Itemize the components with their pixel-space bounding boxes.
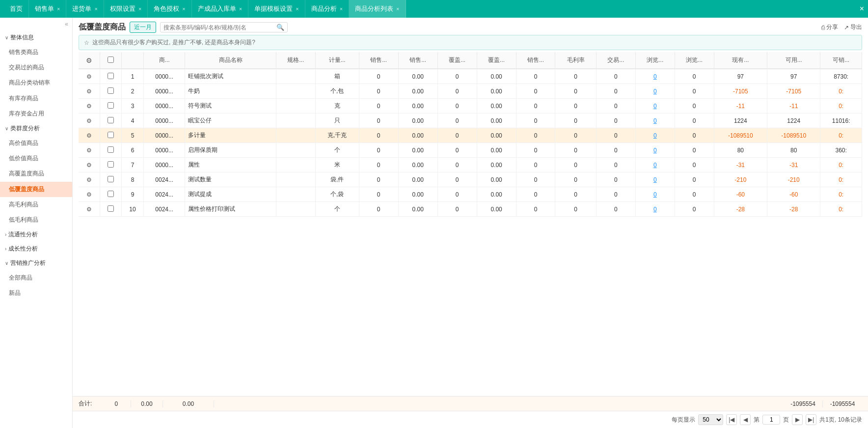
row-br2: 0 [675, 114, 714, 128]
sidebar-item-all-goods[interactable]: 全部商品 [0, 270, 72, 285]
row-settings[interactable]: ⚙ [79, 69, 100, 84]
close-icon[interactable]: × [396, 6, 399, 12]
nav-tab-template[interactable]: 单据模板设置 × [248, 0, 305, 18]
row-checkbox[interactable] [100, 128, 121, 143]
row-br1[interactable]: 0 [635, 143, 675, 158]
row-stock2: -31 [767, 158, 820, 172]
row-br1[interactable]: 0 [635, 158, 675, 172]
select-all-checkbox[interactable] [108, 57, 114, 63]
row-settings[interactable]: ⚙ [79, 187, 100, 202]
row-settings[interactable]: ⚙ [79, 158, 100, 172]
row-select-checkbox[interactable] [108, 146, 114, 153]
search-input[interactable] [163, 24, 276, 31]
row-select-checkbox[interactable] [108, 205, 114, 212]
row-br1[interactable]: 0 [635, 187, 675, 202]
row-select-checkbox[interactable] [108, 132, 114, 138]
prev-page-button[interactable]: ◀ [740, 414, 751, 425]
sidebar-section-growth[interactable]: › 成长性分析 [0, 242, 72, 256]
row-settings[interactable]: ⚙ [79, 114, 100, 128]
row-code: 0000... [143, 69, 185, 84]
sidebar-item-high-margin[interactable]: 高毛利商品 [0, 197, 72, 212]
next-page-button[interactable]: ▶ [792, 414, 803, 425]
row-select-checkbox[interactable] [108, 191, 114, 197]
row-settings[interactable]: ⚙ [79, 143, 100, 158]
row-checkbox[interactable] [100, 99, 121, 114]
sidebar-item-low-coverage[interactable]: 低覆盖度商品 [0, 182, 72, 197]
close-icon[interactable]: × [57, 6, 60, 12]
nav-tab-analysis[interactable]: 商品分析 × [305, 0, 349, 18]
row-br1[interactable]: 0 [635, 84, 675, 99]
period-button[interactable]: 近一月 [130, 22, 156, 33]
close-icon[interactable]: × [138, 6, 141, 12]
row-settings[interactable]: ⚙ [79, 99, 100, 114]
row-br1[interactable]: 0 [635, 99, 675, 114]
row-select-checkbox[interactable] [108, 161, 114, 168]
row-br1[interactable]: 0 [635, 172, 675, 187]
row-trans: 0 [596, 128, 635, 143]
page-number-input[interactable] [762, 415, 780, 425]
close-icon[interactable]: × [182, 6, 185, 12]
row-checkbox[interactable] [100, 158, 121, 172]
row-settings[interactable]: ⚙ [79, 128, 100, 143]
sidebar-item-category-rate[interactable]: 商品分类动销率 [0, 75, 72, 90]
row-settings[interactable]: ⚙ [79, 202, 100, 217]
settings-col-header[interactable]: ⚙ [79, 52, 100, 69]
row-select-checkbox[interactable] [108, 87, 114, 94]
row-settings[interactable]: ⚙ [79, 84, 100, 99]
row-br1[interactable]: 0 [635, 202, 675, 217]
row-select-checkbox[interactable] [108, 117, 114, 123]
row-checkbox[interactable] [100, 202, 121, 217]
close-icon[interactable]: × [296, 6, 298, 12]
row-br1[interactable]: 0 [635, 114, 675, 128]
sidebar-item-low-margin[interactable]: 低毛利商品 [0, 212, 72, 228]
close-all-button[interactable]: × [860, 4, 864, 13]
nav-tab-roles[interactable]: 角色授权 × [148, 0, 191, 18]
sidebar-item-stock-goods[interactable]: 有库存商品 [0, 91, 72, 106]
row-select-checkbox[interactable] [108, 176, 114, 182]
row-select-checkbox[interactable] [108, 102, 114, 109]
close-icon[interactable]: × [94, 6, 97, 12]
row-checkbox[interactable] [100, 143, 121, 158]
nav-tab-inventory[interactable]: 产成品入库单 × [192, 0, 248, 18]
sidebar-section-flow[interactable]: › 流通性分析 [0, 228, 72, 242]
row-checkbox[interactable] [100, 187, 121, 202]
sidebar-item-capital[interactable]: 库存资金占用 [0, 106, 72, 121]
row-select-checkbox[interactable] [108, 73, 114, 79]
row-gross: 0 [555, 128, 596, 143]
row-br1[interactable]: 0 [635, 128, 675, 143]
close-icon[interactable]: × [340, 6, 343, 12]
per-page-select[interactable]: 50 100 200 [698, 414, 723, 425]
sidebar-section-cluster[interactable]: ∨ 类群度分析 [0, 121, 72, 136]
row-settings[interactable]: ⚙ [79, 172, 100, 187]
sidebar-item-new-goods[interactable]: 新品 [0, 285, 72, 301]
nav-tab-permissions[interactable]: 权限设置 × [104, 0, 148, 18]
row-stock2: -11 [767, 99, 820, 114]
col-cov2: 覆盖... [477, 52, 516, 69]
nav-tab-home[interactable]: 首页 [4, 0, 29, 18]
sidebar-item-low-value[interactable]: 低价值商品 [0, 151, 72, 166]
sidebar-item-traded-goods[interactable]: 交易过的商品 [0, 60, 72, 75]
close-icon[interactable]: × [239, 6, 242, 12]
sidebar-item-high-coverage[interactable]: 高覆盖度商品 [0, 166, 72, 181]
share-button[interactable]: ⎙ 分享 [821, 23, 838, 31]
row-br1[interactable]: 0 [635, 69, 675, 84]
sidebar-section-marketing[interactable]: ∨ 营销推广分析 [0, 256, 72, 270]
row-checkbox[interactable] [100, 84, 121, 99]
sidebar-item-sales-goods[interactable]: 销售类商品 [0, 45, 72, 60]
last-page-button[interactable]: ▶| [806, 414, 816, 425]
sidebar-item-high-value[interactable]: 高价值商品 [0, 136, 72, 151]
checkbox-col-header[interactable] [100, 52, 121, 69]
row-cov1: 0 [437, 99, 477, 114]
nav-tab-sales[interactable]: 销售单 × [29, 0, 66, 18]
first-page-button[interactable]: |◀ [726, 414, 737, 425]
export-button[interactable]: ↗ 导出 [844, 23, 862, 31]
sidebar-section-overall[interactable]: ∨ 整体信息 [0, 30, 72, 45]
nav-tab-analysis-list[interactable]: 商品分析列表 × [349, 0, 406, 18]
row-checkbox[interactable] [100, 172, 121, 187]
nav-tab-purchase[interactable]: 进货单 × [66, 0, 104, 18]
row-sales-qty: 0 [359, 99, 398, 114]
row-num: 1 [122, 69, 144, 84]
sidebar-collapse-button[interactable]: « [0, 18, 72, 30]
row-checkbox[interactable] [100, 114, 121, 128]
row-checkbox[interactable] [100, 69, 121, 84]
